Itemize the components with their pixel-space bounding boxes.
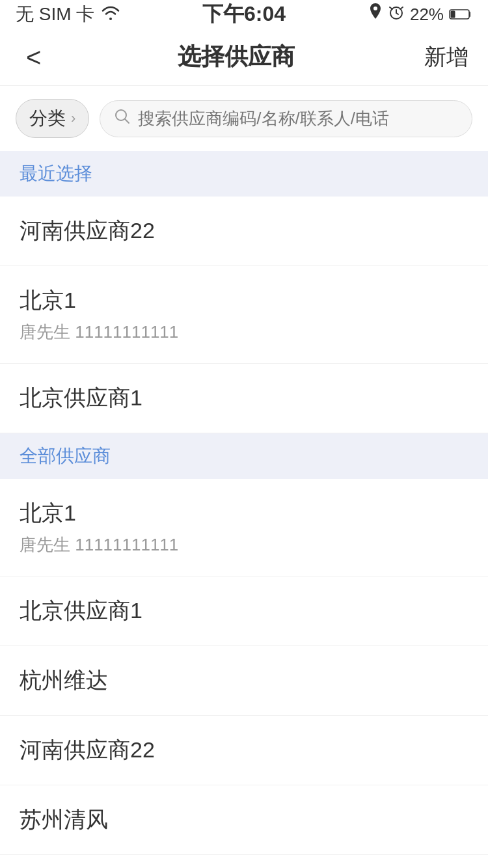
chevron-right-icon: › bbox=[71, 110, 75, 127]
svg-rect-2 bbox=[451, 10, 455, 18]
item-name: 河南供应商22 bbox=[20, 735, 468, 765]
battery-text: 22% bbox=[410, 5, 444, 25]
recent-section-header: 最近选择 bbox=[0, 151, 488, 197]
item-name: 杭州维达 bbox=[20, 666, 468, 696]
item-sub: 唐先生 11111111111 bbox=[20, 534, 468, 556]
new-add-button[interactable]: 新增 bbox=[424, 42, 468, 72]
list-item[interactable]: 苏州清风 bbox=[0, 785, 488, 855]
wifi-icon bbox=[101, 4, 120, 25]
category-button[interactable]: 分类 › bbox=[16, 99, 89, 138]
list-item[interactable]: 北京1唐先生 11111111111 bbox=[0, 479, 488, 576]
item-name: 苏州清风 bbox=[20, 805, 468, 835]
back-button[interactable]: < bbox=[20, 38, 47, 77]
list-item[interactable]: 北京1唐先生 11111111111 bbox=[0, 266, 488, 364]
category-label: 分类 bbox=[29, 106, 66, 131]
no-sim-text: 无 SIM 卡 bbox=[16, 2, 94, 27]
list-item[interactable]: 北京供应商1 bbox=[0, 576, 488, 646]
battery-icon bbox=[449, 5, 472, 25]
page-title: 选择供应商 bbox=[178, 41, 295, 73]
location-icon bbox=[368, 3, 383, 26]
recent-list: 河南供应商22北京1唐先生 11111111111北京供应商1 bbox=[0, 197, 488, 433]
list-item[interactable]: 杭州维达 bbox=[0, 646, 488, 716]
all-section-header: 全部供应商 bbox=[0, 433, 488, 479]
status-time: 下午6:04 bbox=[202, 0, 286, 29]
item-name: 北京供应商1 bbox=[20, 383, 468, 413]
item-sub: 唐先生 11111111111 bbox=[20, 321, 468, 344]
item-name: 河南供应商22 bbox=[20, 216, 468, 246]
list-item[interactable]: 北京供应商1 bbox=[0, 364, 488, 433]
recent-section-label: 最近选择 bbox=[20, 163, 92, 183]
alarm-icon bbox=[388, 4, 405, 25]
filter-bar: 分类 › bbox=[0, 86, 488, 151]
status-left: 无 SIM 卡 bbox=[16, 2, 120, 27]
search-icon bbox=[113, 107, 131, 130]
list-item[interactable]: 河南供应商22 bbox=[0, 716, 488, 785]
status-bar: 无 SIM 卡 下午6:04 22% bbox=[0, 0, 488, 29]
item-name: 北京1 bbox=[20, 286, 468, 316]
item-name: 北京供应商1 bbox=[20, 596, 468, 626]
all-section-label: 全部供应商 bbox=[20, 446, 111, 466]
item-name: 北京1 bbox=[20, 498, 468, 528]
search-input[interactable] bbox=[138, 109, 459, 129]
list-item[interactable]: 河南供应商22 bbox=[0, 197, 488, 266]
status-right: 22% bbox=[368, 3, 472, 26]
search-box bbox=[100, 100, 472, 137]
nav-bar: < 选择供应商 新增 bbox=[0, 29, 488, 86]
all-list: 北京1唐先生 11111111111北京供应商1杭州维达河南供应商22苏州清风 bbox=[0, 479, 488, 855]
